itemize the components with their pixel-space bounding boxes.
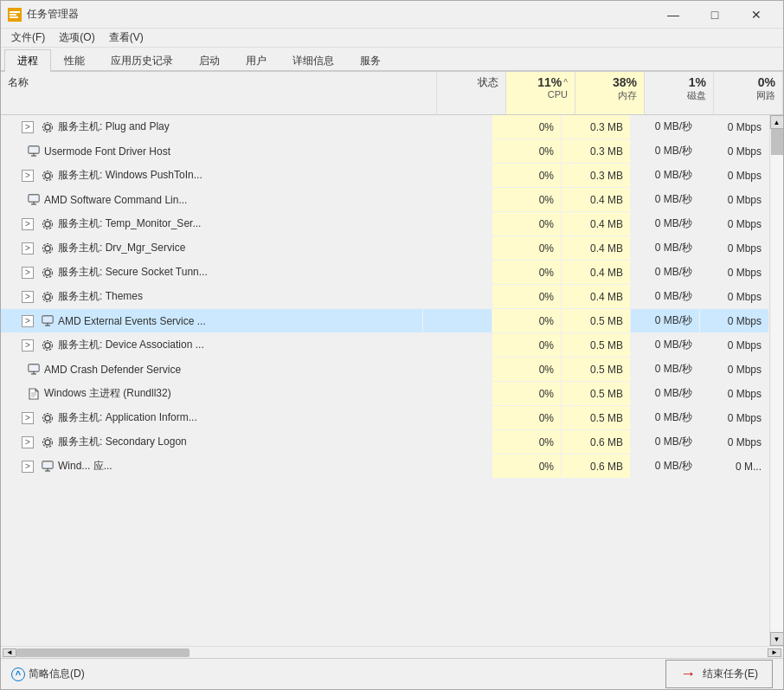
row-name-cell: > 服务主机: Drv_Mgr_Service xyxy=(1,236,423,260)
row-name: AMD Software Command Lin... xyxy=(44,194,187,206)
expand-button[interactable]: > xyxy=(22,291,34,303)
row-memory: 0.6 MB xyxy=(562,430,631,454)
menu-options[interactable]: 选项(O) xyxy=(52,29,101,47)
col-header-memory[interactable]: 38% 内存 xyxy=(575,72,645,114)
col-header-cpu[interactable]: 11% ^ CPU xyxy=(506,72,575,114)
scroll-track xyxy=(771,129,783,632)
table-row[interactable]: > AMD External Events Service ...0%0.5 M… xyxy=(1,309,769,333)
col-header-disk[interactable]: 1% 磁盘 xyxy=(645,72,714,114)
table-row[interactable]: > Wind... 应...0%0.6 MB0 MB/秒0 M... xyxy=(1,455,769,479)
row-disk: 0 MB/秒 xyxy=(631,212,700,235)
table-row[interactable]: > 服务主机: Plug and Play0%0.3 MB0 MB/秒0 Mbp… xyxy=(1,115,769,139)
row-name-cell: > 服务主机: Secondary Logon xyxy=(1,430,423,454)
horizontal-scrollbar[interactable]: ◄ ► xyxy=(1,646,783,658)
expand-button[interactable]: > xyxy=(22,242,34,255)
h-scroll-right[interactable]: ► xyxy=(768,648,781,657)
table-row[interactable]: > 服务主机: Application Inform...0%0.5 MB0 M… xyxy=(1,406,769,430)
row-name: 服务主机: Windows PushToIn... xyxy=(58,168,202,183)
tab-users[interactable]: 用户 xyxy=(233,49,280,72)
row-name: 服务主机: Themes xyxy=(58,289,143,304)
row-status xyxy=(423,236,492,260)
table-row[interactable]: Windows 主进程 (Rundll32)0%0.5 MB0 MB/秒0 Mb… xyxy=(1,382,769,406)
tab-services[interactable]: 服务 xyxy=(347,49,394,72)
scroll-up-btn[interactable]: ▲ xyxy=(770,115,784,129)
scroll-thumb[interactable] xyxy=(771,129,783,155)
row-network: 0 Mbps xyxy=(700,188,769,211)
maximize-button[interactable]: □ xyxy=(695,1,735,29)
menu-view[interactable]: 查看(V) xyxy=(102,29,151,47)
col-header-name[interactable]: 名称 xyxy=(1,72,437,114)
svg-point-39 xyxy=(45,440,50,445)
table-row[interactable]: > 服务主机: Themes0%0.4 MB0 MB/秒0 Mbps xyxy=(1,285,769,309)
tab-startup[interactable]: 启动 xyxy=(186,49,233,72)
table-row[interactable]: > 服务主机: Secondary Logon0%0.6 MB0 MB/秒0 M… xyxy=(1,430,769,455)
status-info[interactable]: ^ 简略信息(D) xyxy=(11,667,85,681)
row-disk: 0 MB/秒 xyxy=(631,285,700,308)
status-bar: ^ 简略信息(D) → 结束任务(E) xyxy=(1,658,783,689)
row-memory: 0.4 MB xyxy=(562,212,631,235)
expand-button[interactable]: > xyxy=(22,170,34,182)
vertical-scrollbar[interactable]: ▲ ▼ xyxy=(769,115,783,646)
expand-button[interactable]: > xyxy=(22,461,34,473)
col-header-status[interactable]: 状态 xyxy=(437,72,506,114)
table-row[interactable]: > 服务主机: Temp_Monitor_Ser...0%0.4 MB0 MB/… xyxy=(1,212,769,236)
row-disk: 0 MB/秒 xyxy=(631,406,700,429)
expand-button[interactable]: > xyxy=(22,218,34,230)
task-manager-window: 任务管理器 — □ ✕ 文件(F) 选项(O) 查看(V) 进程 性能 应用历史… xyxy=(0,0,784,690)
expand-button[interactable]: > xyxy=(22,267,34,279)
table-row[interactable]: > 服务主机: Device Association ...0%0.5 MB0 … xyxy=(1,333,769,358)
row-network: 0 M... xyxy=(700,455,769,478)
svg-rect-2 xyxy=(10,14,16,16)
menu-file[interactable]: 文件(F) xyxy=(4,29,52,47)
minimize-button[interactable]: — xyxy=(653,1,693,29)
svg-point-22 xyxy=(45,294,50,300)
row-memory: 0.6 MB xyxy=(562,455,631,478)
row-cpu: 0% xyxy=(492,164,562,187)
expand-button[interactable]: > xyxy=(22,436,34,448)
expand-button[interactable]: > xyxy=(22,412,34,424)
table-row[interactable]: AMD Software Command Lin...0%0.4 MB0 MB/… xyxy=(1,188,769,212)
svg-point-40 xyxy=(43,437,53,447)
expand-button[interactable]: > xyxy=(22,121,34,133)
tab-performance[interactable]: 性能 xyxy=(51,49,98,72)
row-name-cell: > 服务主机: Plug and Play xyxy=(1,115,423,139)
svg-rect-13 xyxy=(29,195,39,202)
col-header-network[interactable]: 0% 网路 xyxy=(714,72,783,114)
info-icon: ^ xyxy=(11,667,25,681)
h-scroll-left[interactable]: ◄ xyxy=(3,648,16,657)
tab-processes[interactable]: 进程 xyxy=(4,49,51,72)
row-disk: 0 MB/秒 xyxy=(631,236,700,260)
svg-rect-7 xyxy=(29,146,39,153)
svg-point-18 xyxy=(45,246,50,251)
table-row[interactable]: > 服务主机: Secure Socket Tunn...0%0.4 MB0 M… xyxy=(1,261,769,285)
close-button[interactable]: ✕ xyxy=(736,1,776,29)
table-row[interactable]: > 服务主机: Windows PushToIn...0%0.3 MB0 MB/… xyxy=(1,164,769,188)
svg-point-11 xyxy=(43,171,53,180)
table-wrapper: 名称 状态 11% ^ CPU 38% 内存 1% 磁盘 0% xyxy=(1,72,783,658)
table-row[interactable]: > 服务主机: Drv_Mgr_Service0%0.4 MB0 MB/秒0 M… xyxy=(1,236,769,261)
row-name: 服务主机: Device Association ... xyxy=(58,338,204,352)
scroll-down-btn[interactable]: ▼ xyxy=(770,632,784,646)
row-network: 0 Mbps xyxy=(700,358,769,381)
row-status xyxy=(423,164,492,187)
h-scroll-thumb[interactable] xyxy=(16,648,190,657)
sort-icon: ^ xyxy=(563,78,568,87)
row-network: 0 Mbps xyxy=(700,115,769,139)
expand-button[interactable]: > xyxy=(22,315,34,327)
tab-details[interactable]: 详细信息 xyxy=(280,49,347,72)
gear-icon xyxy=(41,411,55,425)
row-cpu: 0% xyxy=(492,139,562,163)
row-cpu: 0% xyxy=(492,115,562,139)
row-network: 0 Mbps xyxy=(700,236,769,260)
row-cpu: 0% xyxy=(492,285,562,308)
table-row[interactable]: Usermode Font Driver Host0%0.3 MB0 MB/秒0… xyxy=(1,139,769,164)
tab-app-history[interactable]: 应用历史记录 xyxy=(98,49,186,72)
svg-rect-1 xyxy=(10,11,20,13)
row-status xyxy=(423,406,492,429)
table-row[interactable]: AMD Crash Defender Service0%0.5 MB0 MB/秒… xyxy=(1,358,769,382)
window-title: 任务管理器 xyxy=(27,7,653,22)
status-info-label: 简略信息(D) xyxy=(29,667,85,681)
end-task-button[interactable]: → 结束任务(E) xyxy=(665,660,773,688)
row-disk: 0 MB/秒 xyxy=(631,455,700,478)
expand-button[interactable]: > xyxy=(22,339,34,351)
